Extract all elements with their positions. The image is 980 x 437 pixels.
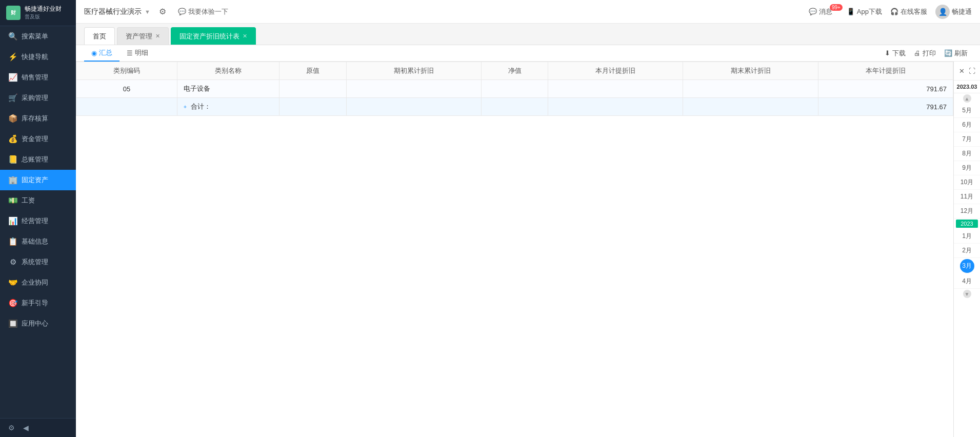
sidebar-item-quick-nav[interactable]: ⚡ 快捷导航 xyxy=(0,47,76,67)
sidebar-item-ledger[interactable]: 📒 总账管理 xyxy=(0,149,76,170)
scroll-up-btn[interactable]: ▲ xyxy=(963,94,971,103)
sidebar-label-finance: 资金管理 xyxy=(22,134,48,144)
app-download-btn[interactable]: 📱 App下载 xyxy=(847,7,882,16)
main-table-area: 类别编码 类别名称 原值 期初累计折旧 净值 本月计提折旧 期末累计折旧 本年计… xyxy=(76,62,953,437)
sidebar-item-operations[interactable]: 📊 经营管理 xyxy=(0,211,76,231)
total-expand-icon[interactable]: + xyxy=(184,104,187,110)
right-panel-header: ✕ ⛶ xyxy=(954,62,980,81)
cell-code: 05 xyxy=(76,80,177,98)
refresh-btn[interactable]: 🔄 刷新 xyxy=(940,47,972,60)
month-m3[interactable]: 3月 xyxy=(960,259,974,273)
sidebar-item-fixed-assets[interactable]: 🏢 固定资产 xyxy=(0,170,76,190)
sidebar-label-sales: 销售管理 xyxy=(22,73,48,82)
sidebar-item-app-center[interactable]: 🔲 应用中心 xyxy=(0,313,76,334)
sidebar-item-salary[interactable]: 💵 工资 xyxy=(0,190,76,211)
total-period-end-accum xyxy=(683,98,818,116)
topbar-settings-btn[interactable]: ⚙ xyxy=(155,5,170,19)
subtab-summary-label: 汇总 xyxy=(99,48,112,57)
sidebar-item-sales[interactable]: 📈 销售管理 xyxy=(0,67,76,88)
messages-btn[interactable]: 💬 消息 99+ xyxy=(809,7,838,16)
month-m5[interactable]: 5月 xyxy=(954,104,980,118)
tab-depreciation-report-label: 固定资产折旧统计表 xyxy=(179,32,239,41)
month-m4[interactable]: 4月 xyxy=(954,274,980,289)
sidebar-item-system[interactable]: ⚙ 系统管理 xyxy=(0,252,76,272)
sidebar-label-search: 搜索菜单 xyxy=(22,32,48,41)
sidebar-icon-sales: 📈 xyxy=(8,73,17,82)
sidebar-item-basic-info[interactable]: 📋 基础信息 xyxy=(0,231,76,252)
month-m9[interactable]: 9月 xyxy=(954,161,980,175)
sidebar-label-guide: 新手引导 xyxy=(22,299,48,308)
experience-btn[interactable]: 💬 我要体验一下 xyxy=(178,7,228,16)
sidebar-logo: 财 畅捷通好业财 普及版 xyxy=(0,0,76,26)
sidebar-icon-quick-nav: ⚡ xyxy=(8,52,17,62)
right-panel-close[interactable]: ✕ xyxy=(957,66,967,76)
col-original: 原值 xyxy=(279,62,346,80)
gear-icon: ⚙ xyxy=(159,7,166,16)
subtab-detail[interactable]: ☰ 明细 xyxy=(119,45,155,62)
sidebar-icon-finance: 💰 xyxy=(8,134,17,144)
month-m1[interactable]: 1月 xyxy=(954,229,980,244)
main-area: 医疗器械行业演示 ▼ ⚙ 💬 我要体验一下 💬 消息 99+ 📱 App下载 🎧… xyxy=(76,0,980,437)
username-label: 畅捷通 xyxy=(952,7,972,16)
sidebar-item-finance[interactable]: 💰 资金管理 xyxy=(0,129,76,149)
scroll-down-btn[interactable]: ▼ xyxy=(963,290,971,298)
messages-badge: 99+ xyxy=(830,4,843,11)
tab-asset-management[interactable]: 资产管理 ✕ xyxy=(117,27,169,45)
sidebar-item-inventory[interactable]: 📦 库存核算 xyxy=(0,108,76,129)
sidebar-icon-guide: 🎯 xyxy=(8,299,17,308)
sidebar-icon-app-center: 🔲 xyxy=(8,319,17,328)
tab-depreciation-report-close[interactable]: ✕ xyxy=(243,33,247,39)
cell-name: 电子设备 xyxy=(177,80,279,98)
table-container[interactable]: 类别编码 类别名称 原值 期初累计折旧 净值 本月计提折旧 期末累计折旧 本年计… xyxy=(76,62,953,437)
headset-icon: 🎧 xyxy=(890,8,898,15)
month-m6[interactable]: 6月 xyxy=(954,118,980,132)
month-m7[interactable]: 7月 xyxy=(954,132,980,147)
right-panel: ✕ ⛶ 2023.03 ▲ 5月6月7月8月9月10月11月12月 2023 1… xyxy=(953,62,980,437)
col-period-end-accum: 期末累计折旧 xyxy=(683,62,818,80)
collapse-icon[interactable]: ◀ xyxy=(23,424,29,432)
content-body: 类别编码 类别名称 原值 期初累计折旧 净值 本月计提折旧 期末累计折旧 本年计… xyxy=(76,62,980,437)
total-initial-accum xyxy=(346,98,481,116)
month-m10[interactable]: 10月 xyxy=(954,175,980,190)
month-m11[interactable]: 11月 xyxy=(954,190,980,204)
sidebar-item-guide[interactable]: 🎯 新手引导 xyxy=(0,293,76,313)
user-menu[interactable]: 👤 畅捷通 xyxy=(935,5,972,19)
cell-monthly-dep xyxy=(548,80,683,98)
sidebar-item-purchase[interactable]: 🛒 采购管理 xyxy=(0,88,76,108)
sidebar-label-quick-nav: 快捷导航 xyxy=(22,52,48,62)
sidebar-item-cooperation[interactable]: 🤝 企业协同 xyxy=(0,272,76,293)
settings-icon[interactable]: ⚙ xyxy=(8,424,15,432)
table-total-row: + 合计： 791.67 xyxy=(76,98,953,116)
app-logo-text: 畅捷通好业财 xyxy=(25,5,62,13)
refresh-icon: 🔄 xyxy=(944,49,952,57)
tab-asset-management-label: 资产管理 xyxy=(126,32,152,41)
depreciation-table: 类别编码 类别名称 原值 期初累计折旧 净值 本月计提折旧 期末累计折旧 本年计… xyxy=(76,62,953,116)
subtab-summary[interactable]: ◉ 汇总 xyxy=(84,45,119,62)
tab-home-label: 首页 xyxy=(93,32,106,41)
sidebar-icon-cooperation: 🤝 xyxy=(8,278,17,287)
table-row: 05 电子设备 791.67 xyxy=(76,80,953,98)
download-btn[interactable]: ⬇ 下载 xyxy=(881,47,910,60)
tab-depreciation-report[interactable]: 固定资产折旧统计表 ✕ xyxy=(171,27,256,45)
sidebar: 财 畅捷通好业财 普及版 🔍 搜索菜单 ⚡ 快捷导航 📈 销售管理 🛒 采购管理… xyxy=(0,0,76,437)
tab-home[interactable]: 首页 xyxy=(84,27,115,45)
download-label: 下载 xyxy=(892,49,906,58)
company-selector[interactable]: 医疗器械行业演示 ▼ xyxy=(84,7,150,16)
col-monthly-dep: 本月计提折旧 xyxy=(548,62,683,80)
topbar: 医疗器械行业演示 ▼ ⚙ 💬 我要体验一下 💬 消息 99+ 📱 App下载 🎧… xyxy=(76,0,980,24)
print-btn[interactable]: 🖨 打印 xyxy=(910,47,940,60)
sidebar-label-cooperation: 企业协同 xyxy=(22,278,48,287)
online-service-btn[interactable]: 🎧 在线客服 xyxy=(890,7,927,16)
right-panel-expand[interactable]: ⛶ xyxy=(967,66,977,76)
month-m12[interactable]: 12月 xyxy=(954,204,980,218)
month-m8[interactable]: 8月 xyxy=(954,147,980,161)
year-2023-marker: 2023 xyxy=(956,220,978,228)
message-icon: 💬 xyxy=(809,8,817,15)
sidebar-icon-ledger: 📒 xyxy=(8,155,17,164)
app-logo-icon: 财 xyxy=(6,6,21,20)
sidebar-item-search[interactable]: 🔍 搜索菜单 xyxy=(0,26,76,47)
sidebar-label-basic-info: 基础信息 xyxy=(22,237,48,246)
col-annual-dep: 本年计提折旧 xyxy=(818,62,953,80)
tab-asset-management-close[interactable]: ✕ xyxy=(155,33,160,39)
month-m2[interactable]: 2月 xyxy=(954,244,980,258)
